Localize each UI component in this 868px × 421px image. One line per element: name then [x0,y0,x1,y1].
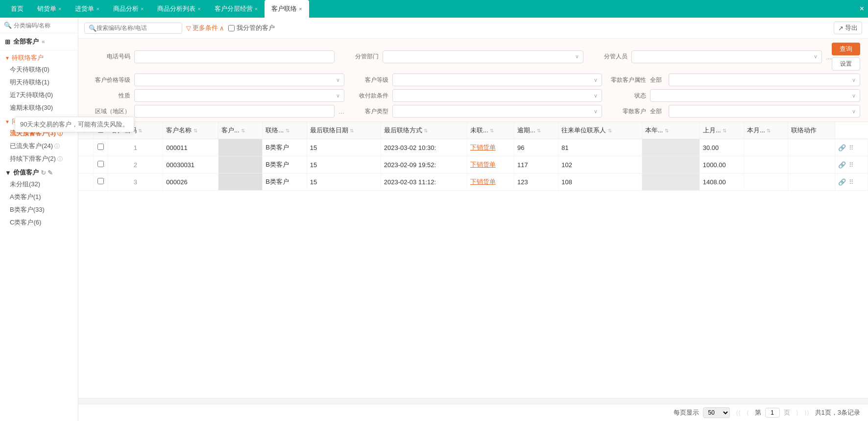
filter-status-select[interactable]: ∨ [650,89,860,102]
filter-payment-select[interactable]: ∨ [392,89,603,102]
filter-customer-level-select[interactable]: ∨ [392,74,603,86]
nav-tab-customer-contact-close[interactable]: × [299,6,302,12]
nav-tab-salesorder-close[interactable]: × [58,6,61,12]
scrollbar-area[interactable] [78,398,868,404]
filter-manager-select[interactable]: ∨ [631,50,822,63]
nav-tab-analysis-list[interactable]: 商品分析列表 × [150,0,207,18]
cell-checkbox-0[interactable] [93,139,108,156]
col-last-date-sort[interactable]: ⇅ [350,128,354,133]
sidebar-all-customers[interactable]: ⊞ 全部客户 « [0,33,78,50]
sidebar-item-declining[interactable]: 持续下滑客户(2) ⓘ [0,152,78,165]
row-checkbox-2[interactable] [97,178,104,184]
more-conditions-btn[interactable]: ▽ 更多条件 ∧ [186,24,224,32]
cell-last-method-2[interactable]: 下销货单 [467,173,514,191]
row-checkbox-0[interactable] [97,144,104,150]
page-size-select[interactable]: 50 100 200 [703,407,730,418]
sidebar-search-input[interactable] [14,22,74,29]
sidebar-item-tomorrow[interactable]: 明天待联络(1) [0,76,78,89]
sidebar-group-pending[interactable]: ▼ 待联络客户 [0,50,78,63]
col-contact-person: 往来单位联系人 ⇅ [558,122,642,139]
query-button[interactable]: 查询 [832,43,860,55]
col-no-contact-sort[interactable]: ⇅ [490,128,494,133]
filter-area-dots[interactable]: ... [338,107,344,115]
action-more-icon-2[interactable]: ⠿ [849,178,854,186]
action-link-icon-1[interactable]: 🔗 [838,161,846,169]
action-more-icon-0[interactable]: ⠿ [849,144,854,151]
nav-tab-analysis-close[interactable]: × [141,6,144,12]
nav-tab-customer-contact[interactable]: 客户联络 × [265,0,309,18]
sidebar-item-7days[interactable]: 近7天待联络(0) [0,89,78,101]
sidebar-item-overdue[interactable]: 逾期未联络(30) [0,101,78,114]
cell-last-method-1[interactable]: 下销货单 [467,156,514,173]
sidebar-item-b-class[interactable]: B类客户(33) [0,203,78,216]
nav-tab-purchase-close[interactable]: × [96,6,99,12]
sidebar-item-a-class[interactable]: A类客户(1) [0,191,78,203]
edit-icon[interactable]: ✎ [48,169,53,176]
col-contact-sort[interactable]: ⇅ [286,128,289,133]
col-code-sort[interactable]: ⇅ [138,128,142,133]
col-last-method-sort[interactable]: ⇅ [424,128,428,133]
nav-tab-analysis-list-close[interactable]: × [197,6,200,12]
filter-manager-dots[interactable]: ... [826,53,832,61]
filter-retail-select[interactable]: ∨ [669,105,860,118]
search-input[interactable] [96,25,175,31]
page-input-label: 第 [753,407,763,418]
page-number-input[interactable] [765,408,780,418]
sidebar-item-declining-label: 持续下滑客户(2) [10,155,56,162]
cell-checkbox-1[interactable] [93,156,108,173]
sidebar-item-overdue-label: 逾期未联络(30) [10,104,53,111]
nav-tab-customer-tier-close[interactable]: × [255,6,258,12]
sidebar-item-ungrouped[interactable]: 未分组(32) [0,178,78,191]
page-last-btn[interactable]: ⟩⟩ [802,408,811,418]
refresh-icon[interactable]: ↻ [41,169,46,176]
nav-tab-home[interactable]: 首页 [4,0,30,18]
filter-dept-select[interactable]: ∨ [383,50,583,63]
filter-customer-type-select[interactable]: ∨ [392,105,603,118]
filter-panel: 电话号码 分管部门 ∨ 分管人员 ∨ ... [78,39,868,122]
export-button[interactable]: ↗ 导出 [834,22,862,34]
col-this-year-sort[interactable]: ⇅ [665,128,669,133]
cell-overdue-2: 108 [558,173,642,191]
col-type-sort[interactable]: ⇅ [241,128,245,133]
filter-price-level-select[interactable]: ∨ [134,74,344,86]
filter-area-input[interactable] [134,105,335,118]
nav-tab-salesorder[interactable]: 销货单 × [30,0,68,18]
action-more-icon-1[interactable]: ⠿ [849,161,854,169]
table-area: ⚙ 客户编码 ⇅ 客户名称 ⇅ 客户... ⇅ [78,122,868,398]
filter-receivable-attr-select[interactable]: ∨ [669,74,860,86]
sidebar-item-today[interactable]: 今天待联络(0) [0,63,78,76]
sidebar-item-churned[interactable]: 已流失客户(24) ⓘ [0,140,78,152]
sidebar-item-c-class[interactable]: C类客户(6) [0,216,78,229]
cell-action-1: 🔗 ⠿ [835,156,868,173]
my-customer-checkbox[interactable]: 我分管的客户 [228,24,275,32]
col-last-month-sort[interactable]: ⇅ [723,128,726,133]
filter-gender-select[interactable]: ∨ [134,89,344,102]
col-overdue-sort[interactable]: ⇅ [537,128,541,133]
cell-settings-0 [78,139,93,156]
settings-button[interactable]: 设置 [832,57,860,71]
window-close-button[interactable]: × [860,4,864,13]
sidebar-group-value[interactable]: ▼ 价值客户 ↻ ✎ [0,165,78,178]
col-name-sort[interactable]: ⇅ [193,128,197,133]
col-contact-person-sort[interactable]: ⇅ [608,128,612,133]
page-first-btn[interactable]: ⟨⟨ [734,408,743,418]
action-link-icon-2[interactable]: 🔗 [838,178,846,186]
action-link-icon-0[interactable]: 🔗 [838,144,846,151]
nav-tab-analysis-list-label: 商品分析列表 [157,4,195,13]
cell-last-method-0[interactable]: 下销货单 [467,139,514,156]
sidebar-collapse-icon[interactable]: « [42,38,45,45]
filter-phone-input[interactable] [134,50,335,63]
cell-checkbox-2[interactable] [93,173,108,191]
nav-tab-customer-tier[interactable]: 客户分层经营 × [208,0,265,18]
row-checkbox-1[interactable] [97,161,104,167]
page-next-btn[interactable]: ⟩ [794,408,800,418]
filter-gender-label: 性质 [86,92,130,100]
col-last-month: 上月... ⇅ [699,122,744,139]
col-this-month-sort[interactable]: ⇅ [767,128,771,133]
nav-tab-purchase[interactable]: 进货单 × [68,0,106,18]
my-customer-check[interactable] [228,25,235,31]
page-prev-btn[interactable]: ⟨ [745,408,751,418]
col-contact-label: 联络... [265,126,284,134]
nav-tab-analysis[interactable]: 商品分析 × [106,0,150,18]
filter-customer-type-arrow: ∨ [594,108,598,115]
